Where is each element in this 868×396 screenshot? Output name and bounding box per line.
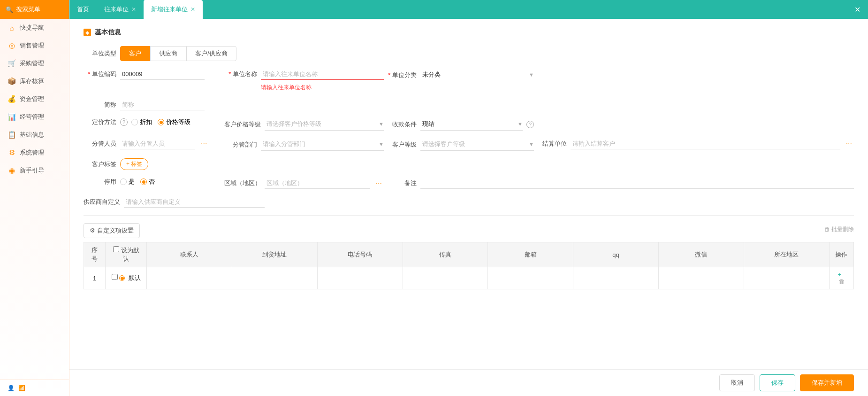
region-more-btn[interactable]: ···: [374, 179, 384, 187]
type-btn-both[interactable]: 客户/供应商: [186, 46, 236, 61]
row-address[interactable]: [232, 267, 318, 289]
remarks-input[interactable]: [420, 178, 854, 189]
select-all-checkbox[interactable]: [113, 246, 119, 252]
sidebar-item-sales[interactable]: ◎ 销售管理: [0, 37, 69, 54]
department-placeholder: 请输入分管部门: [261, 138, 379, 150]
tab-new-counterpart[interactable]: 新增往来单位 ✕: [144, 0, 203, 19]
type-btn-customer[interactable]: 客户: [120, 46, 150, 61]
unit-type-label: 单位类型: [84, 49, 116, 58]
pricing-help-icon[interactable]: ?: [120, 118, 128, 126]
payment-help-icon[interactable]: ?: [526, 121, 534, 128]
unit-category-select-wrapper[interactable]: 未分类 ▼: [420, 69, 534, 81]
row-wechat-input[interactable]: [663, 275, 739, 282]
section-title-label: 基本信息: [95, 28, 121, 37]
tab-counterpart[interactable]: 往来单位 ✕: [97, 0, 144, 19]
customer-price-level-select[interactable]: 请选择客户价格等级 ▼: [265, 118, 384, 131]
row-region[interactable]: [744, 267, 829, 289]
sidebar-search[interactable]: 🔍 搜索菜单: [0, 0, 69, 19]
sidebar-item-quick-nav[interactable]: ⌂ 快捷导航: [0, 19, 69, 37]
payment-terms-field: 收款条件 现结 ▼ ?: [384, 118, 534, 131]
region-input[interactable]: [265, 178, 370, 189]
disabled-radio-yes[interactable]: 是: [120, 178, 135, 186]
save-button[interactable]: 保存: [760, 374, 795, 391]
row-delete-btn[interactable]: 🗑: [838, 278, 845, 285]
department-select[interactable]: 请输入分管部门 ▼: [261, 138, 384, 151]
short-name-field: 简称: [84, 99, 224, 110]
sidebar-item-basic[interactable]: 📋 基础信息: [0, 126, 69, 144]
sidebar-bottom: 👤 📶: [0, 380, 69, 396]
tag-field: 客户标签 + 标签: [84, 158, 854, 170]
col-contact: 联系人: [147, 242, 232, 267]
type-btn-supplier[interactable]: 供应商: [150, 46, 186, 61]
row-default-label: 默认: [129, 274, 141, 282]
settlement-more-btn[interactable]: ···: [844, 140, 854, 148]
inventory-icon: 📦: [8, 77, 16, 85]
sidebar-item-finance[interactable]: 💰 资金管理: [0, 90, 69, 108]
pricing-radio-level[interactable]: 价格等级: [158, 118, 190, 126]
row-contact-input[interactable]: [152, 275, 227, 282]
custom-settings-button[interactable]: ⚙ 自定义项设置: [84, 223, 140, 238]
disabled-radio-no[interactable]: 否: [140, 178, 155, 186]
sidebar-item-system[interactable]: ⚙ 系统管理: [0, 144, 69, 162]
row-add-btn[interactable]: +: [838, 271, 841, 278]
pricing-radio-discount[interactable]: 折扣: [131, 118, 152, 126]
row-fax[interactable]: [403, 267, 488, 289]
row-address-input[interactable]: [237, 275, 312, 282]
row-phone[interactable]: [317, 267, 403, 289]
row-fax-input[interactable]: [408, 275, 483, 282]
row-wechat[interactable]: [659, 267, 744, 289]
customer-price-level-field: 客户价格等级 请选择客户价格等级 ▼: [224, 118, 384, 131]
sidebar-item-operations[interactable]: 📊 经营管理: [0, 108, 69, 126]
cancel-button[interactable]: 取消: [719, 374, 755, 391]
row-action: + 🗑: [829, 267, 853, 289]
sidebar-item-inventory[interactable]: 📦 库存核算: [0, 72, 69, 90]
unit-name-input[interactable]: [261, 69, 384, 80]
row-region-input[interactable]: [749, 275, 824, 282]
supplier-custom-field: 供应商自定义: [84, 196, 854, 208]
row-default-radio[interactable]: 默认: [119, 274, 141, 282]
col-no: 序号: [84, 242, 106, 267]
supplier-custom-input[interactable]: [124, 196, 265, 208]
disabled-radio-group: 是 否: [120, 178, 155, 186]
manager-more-btn[interactable]: ···: [199, 140, 209, 148]
region-field: 区域（地区） ···: [224, 178, 384, 189]
tab-counterpart-close[interactable]: ✕: [131, 6, 136, 13]
row-email-input[interactable]: [493, 275, 568, 282]
batch-delete-label[interactable]: 🗑 🗑 批量删除 批量删除: [824, 225, 854, 233]
row-qq-input[interactable]: [578, 275, 654, 282]
short-name-input[interactable]: [120, 99, 205, 110]
row-email[interactable]: [488, 267, 573, 289]
close-all-tabs-button[interactable]: ✕: [847, 5, 868, 14]
row-contact[interactable]: [147, 267, 232, 289]
operations-icon: 📊: [8, 113, 16, 121]
settlement-unit-input[interactable]: [571, 138, 840, 149]
col-wechat: 微信: [659, 242, 744, 267]
unit-code-field: 单位编码: [84, 69, 224, 80]
customer-level-select[interactable]: 请选择客户等级 ▼: [420, 138, 534, 151]
manager-input[interactable]: [120, 138, 195, 149]
unit-code-input[interactable]: [120, 69, 205, 80]
sidebar-item-guide[interactable]: ◉ 新手引导: [0, 162, 69, 179]
add-tag-button[interactable]: + 标签: [120, 158, 148, 170]
tab-home[interactable]: 首页: [69, 0, 97, 19]
contacts-table: 序号 设为默认 联系人 到货地址 电话号码 传真 邮箱 qq 微信 所在地区 操…: [84, 242, 854, 289]
purchase-icon: 🛒: [8, 59, 16, 68]
row-qq[interactable]: [573, 267, 659, 289]
tab-bar: 首页 往来单位 ✕ 新增往来单位 ✕ ✕: [69, 0, 868, 19]
save-new-button[interactable]: 保存并新增: [800, 374, 854, 391]
sidebar: 🔍 搜索菜单 ⌂ 快捷导航 ◎ 销售管理 🛒 采购管理 📦 库存核算 💰 资金管…: [0, 0, 69, 396]
sidebar-item-purchase[interactable]: 🛒 采购管理: [0, 54, 69, 72]
settlement-unit-field: 结算单位 ···: [534, 138, 854, 149]
sidebar-label-inventory: 库存核算: [20, 77, 44, 85]
col-fax: 传真: [403, 242, 488, 267]
unit-name-field: 单位名称 请输入往来单位名称: [224, 69, 384, 92]
radio-level-label: 价格等级: [166, 118, 190, 126]
tag-label: 客户标签: [84, 160, 116, 169]
row-checkbox[interactable]: [112, 274, 118, 280]
manager-row: 分管人员 ··· 分管部门 请输入分管部门 ▼ 客户等级 请选择客户等级 ▼ 结…: [84, 138, 854, 151]
main-area: 首页 往来单位 ✕ 新增往来单位 ✕ ✕ ◈ 基本信息 单位类型 客户 供应商 …: [69, 0, 868, 396]
row-phone-input[interactable]: [322, 275, 398, 282]
customer-price-level-placeholder: 请选择客户价格等级: [265, 118, 379, 130]
payment-terms-select[interactable]: 现结 ▼: [420, 118, 523, 131]
tab-new-counterpart-close[interactable]: ✕: [190, 6, 195, 13]
